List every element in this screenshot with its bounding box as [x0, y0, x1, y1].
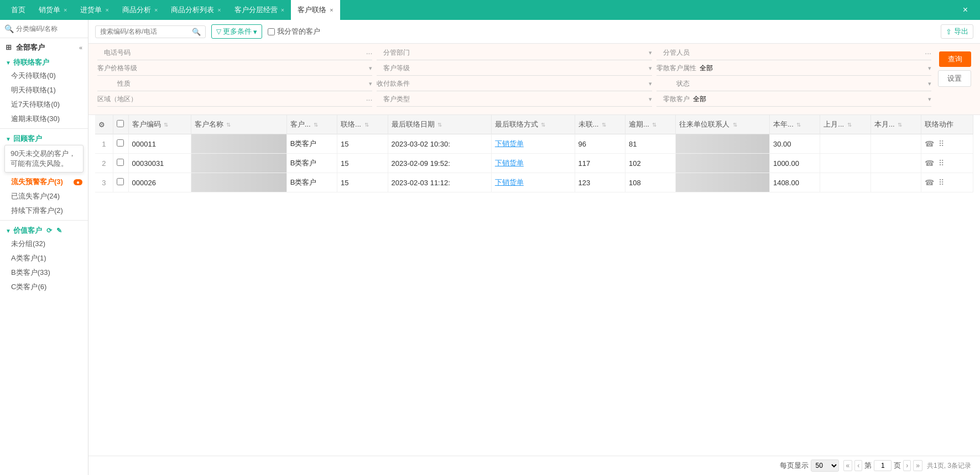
query-button[interactable]: 查询 — [939, 51, 971, 67]
row3-action-more-icon[interactable]: ⠿ — [939, 178, 944, 187]
nature-dropdown-arrow[interactable]: ▾ — [369, 80, 372, 87]
filter-region-input[interactable] — [140, 96, 363, 103]
sidebar-item-class-a[interactable]: A类客户(1) — [0, 251, 88, 265]
nav-product-analysis-close[interactable]: × — [154, 7, 158, 13]
first-page-button[interactable]: « — [843, 460, 853, 471]
row2-action-contact-icon[interactable]: ☎ — [925, 159, 934, 168]
value-group-refresh[interactable]: ⟳ — [46, 227, 52, 234]
sidebar-group-pending[interactable]: ▼ 待联络客户 — [0, 55, 88, 69]
prev-page-button[interactable]: ‹ — [854, 460, 862, 471]
sort-name-icon[interactable]: ⇅ — [226, 122, 231, 128]
search-input[interactable] — [100, 28, 189, 35]
row3-checkbox — [113, 173, 128, 192]
payment-dropdown-arrow[interactable]: ▾ — [649, 80, 652, 87]
sidebar-item-ungrouped[interactable]: 未分组(32) — [0, 237, 88, 251]
row3-action-contact-icon[interactable]: ☎ — [925, 178, 934, 187]
sort-contact-icon[interactable]: ⇅ — [364, 122, 369, 128]
filter-status: 状态 ▾ — [656, 79, 931, 91]
row2-contact: 15 — [337, 154, 388, 173]
sort-contact2-icon[interactable]: ⇅ — [733, 122, 737, 128]
sidebar-item-7days[interactable]: 近7天待联络(0) — [0, 97, 88, 112]
filter-dept-input[interactable] — [413, 49, 645, 57]
row1-select-checkbox[interactable] — [117, 139, 124, 147]
sidebar-all-customers[interactable]: ⊞ 全部客户 « — [0, 38, 88, 55]
row1-last-method[interactable]: 下销货单 — [491, 134, 575, 154]
filter-price-tier-input[interactable] — [140, 65, 366, 72]
sidebar-item-churn-warning[interactable]: 流失预警客户(3) ● — [0, 175, 88, 189]
col-uncontacted: 未联... ⇅ — [575, 115, 625, 134]
region-more-dots[interactable]: ··· — [366, 95, 373, 104]
sort-this-year-icon[interactable]: ⇅ — [796, 122, 801, 128]
sidebar-item-class-b[interactable]: B类客户(33) — [0, 265, 88, 280]
last-page-button[interactable]: » — [913, 460, 922, 471]
nav-customer-tier[interactable]: 客户分层经营 × — [228, 0, 291, 20]
col-checkbox — [113, 115, 128, 134]
row1-action-contact-icon[interactable]: ☎ — [925, 139, 934, 148]
row3-select-checkbox[interactable] — [117, 178, 124, 185]
value-group-edit[interactable]: ✎ — [56, 227, 62, 234]
customer-type-dropdown-arrow[interactable]: ▾ — [649, 96, 652, 103]
my-customers-checkbox-area[interactable]: 我分管的客户 — [268, 27, 320, 36]
dept-dropdown-arrow[interactable]: ▾ — [649, 49, 652, 56]
filter-phone-input[interactable] — [134, 49, 363, 57]
sort-this-month-icon[interactable]: ⇅ — [898, 122, 902, 128]
per-page-select[interactable]: 20 50 100 — [811, 460, 839, 472]
sidebar-item-overdue[interactable]: 逾期未联络(30) — [0, 112, 88, 126]
settings-button[interactable]: 设置 — [938, 70, 971, 87]
filter-nature-input[interactable] — [134, 80, 366, 88]
select-all-checkbox[interactable] — [117, 120, 124, 127]
nav-customer-contact-close[interactable]: × — [330, 7, 333, 13]
row1-action-more-icon[interactable]: ⠿ — [939, 139, 944, 148]
filter-status-input[interactable] — [693, 80, 925, 88]
filter-retail-attr-input[interactable] — [700, 65, 925, 72]
sort-overdue-icon[interactable]: ⇅ — [652, 122, 656, 128]
nav-product-analysis-list-close[interactable]: × — [217, 7, 221, 13]
sort-last-date-icon[interactable]: ⇅ — [437, 122, 442, 128]
nav-home[interactable]: 首页 — [4, 0, 32, 20]
filter-customer-tier-input[interactable] — [413, 65, 645, 72]
nav-product-analysis-list[interactable]: 商品分析列表 × — [164, 0, 227, 20]
price-tier-dropdown-arrow[interactable]: ▾ — [369, 65, 372, 72]
nav-customer-tier-close[interactable]: × — [281, 7, 284, 13]
sidebar-group-value[interactable]: ▼ 价值客户 ⟳ ✎ — [0, 223, 88, 237]
filter-person-input[interactable] — [693, 49, 922, 57]
next-page-button[interactable]: › — [903, 460, 911, 471]
total-info: 共1页, 3条记录 — [927, 461, 971, 471]
my-customers-checkbox[interactable] — [268, 28, 275, 35]
sidebar-item-tomorrow[interactable]: 明天待联络(1) — [0, 83, 88, 97]
sort-type-icon[interactable]: ⇅ — [314, 122, 318, 128]
sort-last-month-icon[interactable]: ⇅ — [847, 122, 852, 128]
more-conditions-button[interactable]: ▽ 更多条件 ▾ — [211, 24, 262, 39]
sort-code-icon[interactable]: ⇅ — [164, 122, 168, 128]
filter-customer-type-input[interactable] — [413, 96, 645, 103]
person-more-dots[interactable]: ··· — [925, 49, 931, 58]
phone-more-dots[interactable]: ··· — [366, 49, 373, 58]
sidebar-search-input[interactable] — [16, 25, 88, 33]
nav-sales-order-close[interactable]: × — [64, 7, 67, 13]
row2-last-method[interactable]: 下销货单 — [491, 154, 575, 173]
sidebar-group-review[interactable]: ▼ 回顾客户 — [0, 131, 88, 145]
row3-last-method[interactable]: 下销货单 — [491, 173, 575, 192]
nav-product-analysis[interactable]: 商品分析 × — [116, 0, 164, 20]
sidebar-item-churned[interactable]: 已流失客户(24) — [0, 189, 88, 203]
search-icon[interactable]: 🔍 — [192, 28, 201, 36]
customer-tier-dropdown-arrow[interactable]: ▾ — [649, 65, 652, 72]
filter-retail-customer-input[interactable] — [693, 96, 925, 103]
sort-last-method-icon[interactable]: ⇅ — [541, 122, 545, 128]
filter-payment-input[interactable] — [413, 80, 645, 88]
sidebar-item-today[interactable]: 今天待联络(0) — [0, 69, 88, 83]
nav-sales-order[interactable]: 销货单 × — [32, 0, 74, 20]
sort-uncontacted-icon[interactable]: ⇅ — [602, 122, 606, 128]
window-close-button[interactable]: × — [955, 0, 976, 20]
sidebar-item-class-c[interactable]: C类客户(6) — [0, 280, 88, 294]
col-settings[interactable]: ⚙ — [95, 115, 113, 134]
row2-select-checkbox[interactable] — [117, 159, 124, 166]
page-number-input[interactable] — [874, 460, 892, 471]
sidebar-item-declining[interactable]: 持续下滑客户(2) — [0, 203, 88, 218]
nav-purchase-order[interactable]: 进货单 × — [74, 0, 115, 20]
row2-action-more-icon[interactable]: ⠿ — [939, 159, 944, 168]
nav-purchase-order-close[interactable]: × — [105, 7, 108, 13]
export-button[interactable]: ⇧ 导出 — [941, 24, 973, 39]
row1-this-year: 30.00 — [769, 134, 820, 154]
nav-customer-contact[interactable]: 客户联络 × — [291, 0, 340, 20]
